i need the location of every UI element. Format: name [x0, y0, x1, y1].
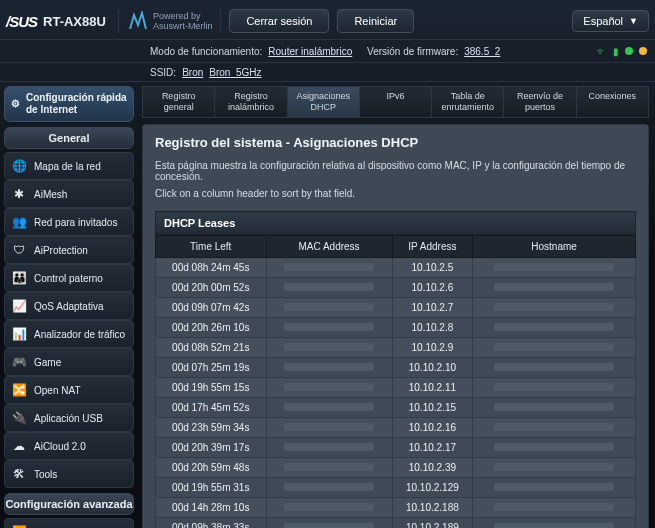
sidebar-item-parental[interactable]: 👪Control paterno [4, 264, 134, 292]
status-led-1 [625, 47, 633, 55]
asus-logo: /SUS [6, 13, 37, 30]
table-row: 00d 07h 25m 19s10.10.2.10 [156, 357, 636, 377]
sidebar: ⚙ Configuración rápida de Internet Gener… [0, 82, 138, 528]
tab-asignaciones[interactable]: AsignacionesDHCP [287, 86, 359, 118]
cell-ip: 10.10.2.9 [392, 337, 473, 357]
info-bar: Modo de funcionamiento: Router inalámbri… [0, 40, 655, 63]
sidebar-item-game[interactable]: 🎮Game [4, 348, 134, 376]
table-row: 00d 20h 26m 10s10.10.2.8 [156, 317, 636, 337]
wifi-icon: 📶 [11, 524, 27, 528]
tab-label: IPv6 [386, 91, 404, 101]
dhcp-table: Time Left MAC Address IP Address Hostnam… [155, 235, 636, 528]
tab-tabla de[interactable]: Tabla deenrutamiento [431, 86, 503, 118]
cell-ip: 10.10.2.11 [392, 377, 473, 397]
language-select[interactable]: Español ▼ [572, 10, 649, 32]
sidebar-item-label: Game [34, 357, 61, 368]
mode-value-link[interactable]: Router inalámbrico [268, 46, 352, 57]
brand: /SUS RT-AX88U [6, 13, 106, 30]
table-row: 00d 20h 39m 17s10.10.2.17 [156, 437, 636, 457]
logout-button[interactable]: Cerrar sesión [229, 9, 329, 33]
redacted-mac [284, 443, 374, 451]
sidebar-item-label: Aplicación USB [34, 413, 103, 424]
fw-value-link[interactable]: 386.5_2 [464, 46, 500, 57]
redacted-host [494, 483, 614, 491]
sidebar-item-traffic[interactable]: 📊Analizador de tráfico [4, 320, 134, 348]
game-icon: 🎮 [11, 354, 27, 370]
cell-time: 00d 20h 59m 48s [156, 457, 267, 477]
cell-time: 00d 23h 59m 34s [156, 417, 267, 437]
sidebar-item-qos[interactable]: 📈QoS Adaptativa [4, 292, 134, 320]
ssid-2-link[interactable]: Bron_5GHz [209, 67, 261, 78]
redacted-mac [284, 423, 374, 431]
cloud-icon: ☁ [11, 438, 27, 454]
sidebar-item-tools[interactable]: 🛠Tools [4, 460, 134, 488]
tab-label: Conexiones [589, 91, 637, 101]
cell-ip: 10.10.2.129 [392, 477, 473, 497]
col-ip[interactable]: IP Address [392, 235, 473, 257]
cell-ip: 10.10.2.15 [392, 397, 473, 417]
redacted-host [494, 523, 614, 528]
cell-host [473, 337, 636, 357]
table-row: 00d 09h 38m 33s10.10.2.189 [156, 517, 636, 528]
redacted-mac [284, 343, 374, 351]
redacted-host [494, 443, 614, 451]
tab-label: Reenvío depuertos [517, 91, 563, 112]
col-time[interactable]: Time Left [156, 235, 267, 257]
quick-setup-button[interactable]: ⚙ Configuración rápida de Internet [4, 86, 134, 122]
cell-mac [266, 357, 392, 377]
redacted-host [494, 423, 614, 431]
cell-mac [266, 477, 392, 497]
top-bar: /SUS RT-AX88U Powered by Asuswrt-Merlin … [0, 0, 655, 40]
cell-mac [266, 377, 392, 397]
redacted-mac [284, 523, 374, 528]
ssid-label: SSID: [150, 67, 176, 78]
sidebar-item-label: AiCloud 2.0 [34, 441, 86, 452]
redacted-mac [284, 503, 374, 511]
table-row: 00d 19h 55m 15s10.10.2.11 [156, 377, 636, 397]
sidebar-item-label: Analizador de tráfico [34, 329, 125, 340]
powered-label: Powered by [153, 11, 201, 21]
tab-label: AsignacionesDHCP [296, 91, 350, 112]
qos-icon: 📈 [11, 298, 27, 314]
table-wrap: Time Left MAC Address IP Address Hostnam… [155, 235, 636, 528]
cell-time: 00d 20h 26m 10s [156, 317, 267, 337]
redacted-host [494, 343, 614, 351]
tab-registro[interactable]: Registrogeneral [142, 86, 214, 118]
ssid-1-link[interactable]: Bron [182, 67, 203, 78]
reboot-button[interactable]: Reiniciar [337, 9, 414, 33]
cell-host [473, 397, 636, 417]
sidebar-item-label: AiProtection [34, 245, 88, 256]
sidebar-item-wifi[interactable]: 📶Inalámbrico [4, 518, 134, 528]
section-header: DHCP Leases [155, 211, 636, 235]
globe-icon: 🌐 [11, 158, 27, 174]
tab-label: Registrogeneral [162, 91, 196, 112]
col-mac[interactable]: MAC Address [266, 235, 392, 257]
sidebar-item-shield[interactable]: 🛡AiProtection [4, 236, 134, 264]
cell-host [473, 317, 636, 337]
cell-host [473, 517, 636, 528]
redacted-host [494, 503, 614, 511]
sidebar-item-globe[interactable]: 🌐Mapa de la red [4, 152, 134, 180]
sidebar-item-nat[interactable]: 🔀Open NAT [4, 376, 134, 404]
tab-ipv6[interactable]: IPv6 [359, 86, 431, 118]
cell-mac [266, 517, 392, 528]
tab-reenvío de[interactable]: Reenvío depuertos [503, 86, 575, 118]
redacted-host [494, 363, 614, 371]
table-row: 00d 14h 28m 10s10.10.2.188 [156, 497, 636, 517]
cell-host [473, 297, 636, 317]
nat-icon: 🔀 [11, 382, 27, 398]
sidebar-item-guest[interactable]: 👥Red para invitados [4, 208, 134, 236]
tab-registro[interactable]: Registroinalámbrico [214, 86, 286, 118]
tab-conexiones[interactable]: Conexiones [576, 86, 649, 118]
quick-setup-label: Configuración rápida de Internet [26, 92, 127, 116]
sort-hint: Click on a column header to sort by that… [155, 188, 636, 199]
sidebar-item-cloud[interactable]: ☁AiCloud 2.0 [4, 432, 134, 460]
sidebar-item-usb[interactable]: 🔌Aplicación USB [4, 404, 134, 432]
cell-ip: 10.10.2.6 [392, 277, 473, 297]
redacted-host [494, 403, 614, 411]
sidebar-header-advanced: Configuración avanzada [4, 493, 134, 515]
sidebar-item-mesh[interactable]: ✱AiMesh [4, 180, 134, 208]
col-host[interactable]: Hostname [473, 235, 636, 257]
redacted-host [494, 463, 614, 471]
cell-time: 00d 09h 38m 33s [156, 517, 267, 528]
